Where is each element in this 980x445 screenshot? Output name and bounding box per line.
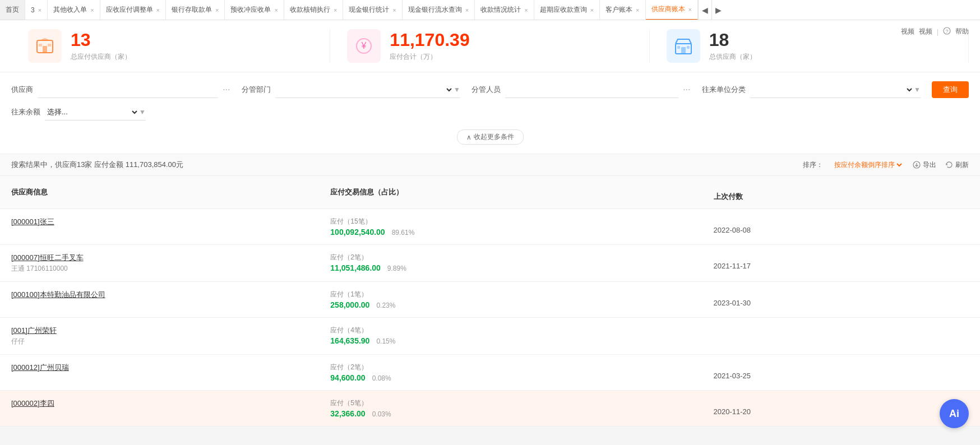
nav-tab-bank-deposit-close[interactable]: × [215, 7, 219, 13]
transaction-pct-1: 89.61% [392, 229, 415, 237]
supplier-input[interactable] [38, 81, 218, 98]
nav-tab-cash-bank-stat-close[interactable]: × [392, 7, 396, 13]
supplier-cell-5: [000012]广州贝瑞 [11, 363, 330, 373]
svg-marker-1 [39, 38, 50, 40]
nav-tab-other-income[interactable]: 其他收入单 × [48, 0, 100, 20]
nav-tab-customer-ledger[interactable]: 客户账本 × [600, 0, 645, 20]
lastpay-cell-6: 2020-11-20 [714, 398, 969, 416]
ai-btn-label: Ai [949, 408, 959, 420]
video-link[interactable]: 视频 [901, 27, 914, 36]
nav-tab-supplier-ledger-close[interactable]: × [688, 6, 692, 13]
total-suppliers-count: 18 [709, 30, 756, 50]
nav-tab-cash-bank-query-close[interactable]: × [465, 7, 469, 13]
transaction-type-1: 应付（15笔） [330, 217, 713, 226]
balance-select[interactable]: 选择... [45, 104, 139, 120]
supplier-name-3: 本特勤油品有限公司 [40, 290, 105, 299]
help-label[interactable]: 帮助 [955, 27, 969, 36]
transaction-amount-row-3: 258,000.00 0.23% [330, 299, 713, 309]
nav-tab-supplier-ledger[interactable]: 供应商账本 × [646, 0, 698, 20]
result-info: 搜索结果中，供应商13家 应付金额 111,703,854.00元 [11, 160, 183, 170]
supplier-link-5[interactable]: [000012]广州贝瑞 [11, 363, 330, 373]
lastpay-date-6: 2020-11-20 [714, 407, 751, 416]
supplier-link-1[interactable]: [000001]张三 [11, 217, 330, 227]
nav-tab-cash-bank-query-label: 现金银行流水查询 [408, 5, 462, 15]
transaction-amount-5[interactable]: 94,600.00 [330, 373, 365, 382]
supplier-sub-2: 王通 17106110000 [11, 264, 330, 274]
nav-tab-ar-ap-adjust[interactable]: 应收应付调整单 × [100, 0, 166, 20]
collapse-bar: ∧ 收起更多条件 [11, 126, 969, 148]
nav-tab-bank-deposit[interactable]: 银行存取款单 × [166, 0, 225, 20]
transaction-amount-row-4: 164,635.90 0.15% [330, 335, 713, 345]
dept-select[interactable] [275, 82, 454, 98]
collapse-button[interactable]: ∧ 收起更多条件 [457, 129, 524, 145]
table-header: 供应商信息 应付交易信息（占比） 上次付数 [0, 176, 980, 209]
nav-tab-prepay-offset-label: 预收冲应收单 [230, 5, 271, 15]
nav-tab-other-income-close[interactable]: × [90, 7, 94, 13]
supplier-cell-1: [000001]张三 [11, 217, 330, 227]
nav-tab-customer-ledger-close[interactable]: × [636, 7, 639, 13]
sort-select[interactable]: 按应付余额倒序排序 按应付余额正序排序 [832, 160, 904, 169]
lastpay-cell-5: 2021-03-25 [714, 363, 969, 380]
total-suppliers-label: 总供应商（家） [709, 52, 756, 62]
transaction-cell-3: 应付（1笔） 258,000.00 0.23% [330, 290, 713, 309]
nav-tab-ar-ap-adjust-close[interactable]: × [156, 7, 160, 13]
supplier-cell-3: [000100]本特勤油品有限公司 [11, 290, 330, 300]
video-label[interactable]: 视频 [919, 27, 932, 36]
transaction-type-4: 应付（4笔） [330, 326, 713, 335]
balance-filter-label: 往来余额 [11, 107, 40, 117]
nav-tab-prepay-offset-close[interactable]: × [274, 7, 278, 13]
export-label: 导出 [923, 160, 936, 170]
nav-tab-home[interactable]: 首页 [0, 0, 25, 20]
transaction-amount-2[interactable]: 11,051,486.00 [330, 263, 381, 272]
supplier-name-5: 广州贝瑞 [40, 363, 69, 372]
table-row: [000002]李四 应付（5笔） 32,366.00 0.03% 2020-1… [0, 391, 980, 427]
nav-tab-collection-stat[interactable]: 收款情况统计 × [475, 0, 534, 20]
nav-prev-arrow[interactable]: ◀ [698, 0, 711, 20]
nav-tab-cash-bank-query[interactable]: 现金银行流水查询 × [403, 0, 475, 20]
export-button[interactable]: 导出 [913, 160, 936, 170]
summary-info-total-suppliers: 18 总供应商（家） [709, 30, 756, 62]
table-row: [000001]张三 应付（15笔） 100,092,540.00 89.61%… [0, 209, 980, 245]
filter-person: 分管人员 ··· [471, 81, 691, 98]
nav-tab-collection-stat-close[interactable]: × [524, 7, 528, 13]
search-button[interactable]: 查询 [932, 81, 969, 98]
supplier-link-4[interactable]: [001]广州荣轩 [11, 326, 330, 336]
collapse-btn-label: 收起更多条件 [474, 132, 514, 142]
nav-tab-overdue-query[interactable]: 超期应收款查询 × [534, 0, 600, 20]
supplier-icon [28, 29, 62, 63]
supplier-link-3[interactable]: [000100]本特勤油品有限公司 [11, 290, 330, 300]
category-select[interactable] [750, 82, 914, 98]
top-right-links: 视频 视频 | ? 帮助 [901, 27, 969, 36]
nav-tab-overdue-query-close[interactable]: × [590, 7, 594, 13]
table-row: [001]广州荣轩 仔仔 应付（4笔） 164,635.90 0.15% [0, 318, 980, 355]
nav-tab-customer-ledger-label: 客户账本 [605, 5, 632, 15]
transaction-amount-6[interactable]: 32,366.00 [330, 409, 365, 418]
nav-tab-3-close[interactable]: × [38, 7, 41, 13]
person-dots[interactable]: ··· [683, 85, 690, 95]
transaction-amount-1[interactable]: 100,092,540.00 [330, 228, 385, 237]
refresh-button[interactable]: 刷新 [945, 160, 969, 170]
transaction-amount-3[interactable]: 258,000.00 [330, 300, 369, 309]
nav-tab-cash-bank-stat-label: 现金银行统计 [349, 5, 389, 15]
svg-text:?: ? [945, 29, 948, 34]
nav-tab-collection-verify-close[interactable]: × [334, 7, 337, 13]
nav-tab-overdue-query-label: 超期应收款查询 [540, 5, 587, 15]
supplier-link-6[interactable]: [000002]李四 [11, 398, 330, 409]
nav-tab-prepay-offset[interactable]: 预收冲应收单 × [225, 0, 284, 20]
supplier-dots[interactable]: ··· [223, 85, 230, 95]
result-bar: 搜索结果中，供应商13家 应付金额 111,703,854.00元 排序： 按应… [0, 154, 980, 176]
summary-info-suppliers: 13 总应付供应商（家） [71, 30, 131, 62]
transaction-pct-4: 0.15% [376, 337, 395, 345]
nav-next-arrow[interactable]: ▶ [711, 0, 725, 20]
table-row: [000007]恒旺二手叉车 王通 17106110000 应付（2笔） 11,… [0, 245, 980, 282]
supplier-link-2[interactable]: [000007]恒旺二手叉车 [11, 253, 330, 263]
transaction-amount-4[interactable]: 164,635.90 [330, 336, 369, 345]
person-input[interactable] [505, 81, 678, 98]
ai-button[interactable]: Ai [940, 399, 969, 427]
nav-tab-collection-verify[interactable]: 收款核销执行 × [284, 0, 343, 20]
nav-tab-cash-bank-stat[interactable]: 现金银行统计 × [343, 0, 402, 20]
supplier-code-1: [000001] [11, 217, 40, 226]
result-info-text: 搜索结果中，供应商13家 应付金额 111,703,854.00元 [11, 160, 183, 170]
transaction-pct-3: 0.23% [376, 302, 395, 309]
nav-tab-3[interactable]: 3 × [25, 0, 48, 20]
